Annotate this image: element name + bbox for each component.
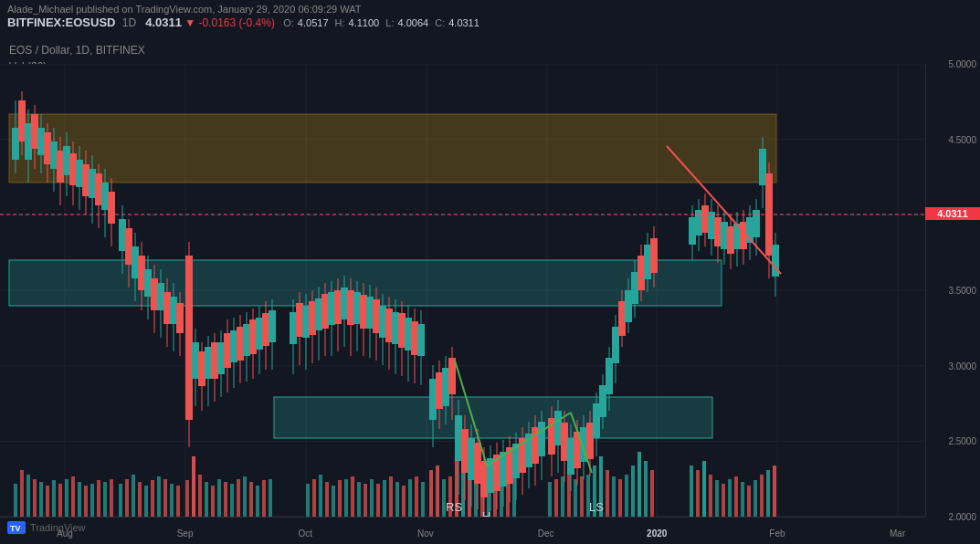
svg-rect-132: [37, 128, 45, 155]
svg-rect-296: [593, 403, 600, 438]
open-val: 4.0517: [298, 17, 329, 28]
svg-rect-79: [436, 466, 439, 517]
svg-text:LS: LS: [589, 500, 604, 514]
svg-rect-101: [606, 470, 609, 517]
svg-rect-306: [625, 290, 632, 322]
svg-rect-115: [728, 479, 732, 517]
svg-rect-146: [82, 164, 90, 196]
svg-rect-238: [398, 313, 406, 348]
svg-rect-107: [644, 461, 648, 517]
svg-rect-55: [249, 482, 253, 517]
svg-rect-117: [741, 482, 744, 517]
time-axis: Aug Sep Oct Nov Dec 2020 Feb Mar: [0, 517, 925, 544]
time-label-oct: Oct: [299, 528, 313, 539]
svg-rect-254: [455, 415, 462, 461]
svg-rect-184: [211, 342, 218, 379]
timeframe: 1D: [122, 16, 136, 29]
svg-rect-152: [101, 183, 109, 210]
svg-rect-108: [650, 470, 654, 517]
svg-rect-182: [205, 347, 212, 379]
svg-rect-30: [84, 486, 88, 517]
svg-rect-96: [574, 479, 577, 517]
svg-rect-103: [618, 479, 622, 517]
svg-rect-41: [157, 476, 161, 517]
svg-rect-142: [69, 153, 77, 185]
svg-rect-218: [334, 290, 342, 324]
svg-rect-113: [715, 480, 719, 517]
svg-rect-256: [461, 429, 469, 473]
svg-rect-32: [97, 480, 100, 517]
svg-rect-26: [58, 484, 62, 517]
svg-rect-27: [65, 479, 68, 517]
svg-rect-196: [249, 319, 257, 354]
svg-rect-94: [561, 476, 564, 517]
svg-rect-164: [144, 269, 152, 297]
open-label: O:: [283, 17, 294, 28]
ohlc-values: O:4.0517 H:4.1100 L:4.0064 C:4.0311: [283, 17, 483, 28]
svg-rect-73: [395, 482, 399, 517]
svg-rect-20: [20, 470, 24, 517]
svg-rect-180: [198, 351, 205, 386]
svg-rect-68: [364, 484, 367, 517]
svg-rect-24: [46, 486, 49, 517]
svg-rect-298: [599, 385, 606, 417]
svg-rect-234: [385, 309, 393, 342]
svg-rect-294: [586, 423, 594, 459]
svg-rect-130: [31, 114, 38, 149]
svg-rect-230: [373, 299, 380, 333]
svg-rect-119: [753, 480, 757, 517]
svg-rect-97: [580, 476, 584, 517]
price-axis: 5.0000 4.5000 4.0000 3.5000 3.0000 2.500…: [925, 64, 980, 517]
time-label-mar: Mar: [890, 528, 905, 539]
svg-rect-92: [548, 482, 552, 517]
chart-title: EOS / Dollar, 1D, BITFINEX: [9, 42, 145, 58]
svg-rect-222: [347, 290, 354, 325]
svg-rect-144: [76, 160, 83, 187]
svg-rect-112: [709, 475, 712, 517]
svg-rect-244: [417, 324, 425, 356]
svg-rect-48: [205, 482, 208, 517]
svg-rect-52: [230, 484, 234, 517]
svg-rect-57: [262, 480, 266, 517]
svg-rect-322: [708, 212, 715, 239]
svg-rect-156: [119, 219, 126, 251]
svg-rect-46: [192, 456, 195, 517]
svg-rect-202: [269, 310, 276, 342]
time-label-2020: 2020: [647, 528, 667, 539]
svg-rect-310: [638, 256, 645, 290]
svg-rect-308: [631, 272, 638, 304]
svg-rect-318: [695, 210, 702, 235]
svg-rect-300: [606, 358, 613, 394]
low-val: 4.0064: [397, 17, 428, 28]
svg-rect-110: [696, 470, 700, 517]
svg-rect-95: [567, 473, 571, 517]
svg-rect-216: [328, 292, 335, 325]
svg-rect-18: [274, 397, 712, 438]
price-label-4500: 4.5000: [948, 134, 976, 144]
svg-rect-126: [18, 100, 26, 141]
time-label-feb: Feb: [769, 528, 785, 539]
price-label-2500: 2.5000: [948, 436, 976, 446]
svg-rect-208: [302, 306, 310, 338]
svg-rect-60: [312, 479, 316, 517]
time-label-sep: Sep: [177, 528, 194, 539]
svg-rect-338: [759, 149, 766, 185]
svg-rect-116: [734, 476, 738, 517]
svg-text:RS: RS: [446, 500, 462, 514]
svg-rect-258: [468, 438, 475, 480]
svg-rect-224: [353, 292, 361, 324]
svg-rect-316: [689, 217, 696, 245]
svg-rect-37: [132, 475, 135, 517]
tv-logo-icon: TV: [7, 521, 26, 534]
svg-rect-128: [25, 123, 32, 160]
svg-rect-51: [224, 482, 227, 517]
svg-rect-188: [224, 333, 231, 368]
svg-rect-302: [612, 327, 619, 363]
svg-rect-35: [119, 484, 122, 517]
svg-rect-170: [163, 292, 171, 324]
author-line: Alade_Michael published on TradingView.c…: [7, 4, 973, 15]
svg-rect-72: [389, 476, 393, 517]
svg-text:H: H: [482, 509, 490, 517]
svg-rect-65: [344, 479, 348, 517]
svg-rect-111: [702, 461, 706, 517]
